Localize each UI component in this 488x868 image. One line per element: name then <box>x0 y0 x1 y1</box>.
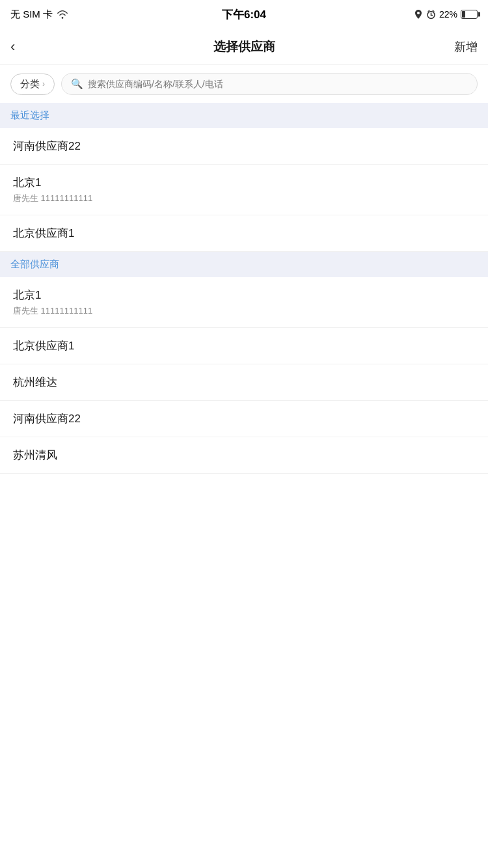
status-right: 22% <box>414 9 478 20</box>
list-item[interactable]: 北京供应商1 <box>0 215 488 252</box>
list-item[interactable]: 杭州维达 <box>0 364 488 401</box>
all-items-list: 北京1 唐先生 11111111111 北京供应商1 杭州维达 河南供应商22 … <box>0 277 488 474</box>
battery-icon <box>461 10 478 19</box>
list-item[interactable]: 河南供应商22 <box>0 401 488 437</box>
svg-line-4 <box>433 10 434 12</box>
filter-bar: 分类 › 🔍 <box>0 65 488 103</box>
status-time: 下午6:04 <box>222 7 266 22</box>
item-name: 河南供应商22 <box>13 411 475 426</box>
list-item[interactable]: 北京供应商1 <box>0 328 488 364</box>
item-name: 杭州维达 <box>13 375 475 390</box>
search-input[interactable] <box>88 79 468 89</box>
chevron-right-icon: › <box>42 79 45 88</box>
status-bar: 无 SIM 卡 下午6:04 22% <box>0 0 488 29</box>
recent-section-header: 最近选择 <box>0 103 488 128</box>
battery-percent: 22% <box>439 9 457 20</box>
item-name: 北京供应商1 <box>13 226 475 241</box>
nav-bar: ‹ 选择供应商 新增 <box>0 29 488 65</box>
page-title: 选择供应商 <box>213 38 275 55</box>
alarm-icon <box>426 10 436 20</box>
recent-section-label: 最近选择 <box>10 109 49 120</box>
item-name: 北京1 <box>13 288 475 303</box>
list-item[interactable]: 北京1 唐先生 11111111111 <box>0 277 488 328</box>
item-name: 北京供应商1 <box>13 338 475 353</box>
category-label: 分类 <box>20 78 40 90</box>
status-left: 无 SIM 卡 <box>10 8 68 21</box>
search-box: 🔍 <box>61 73 478 95</box>
list-item[interactable]: 苏州清风 <box>0 437 488 474</box>
wifi-icon <box>57 10 68 19</box>
back-button[interactable]: ‹ <box>5 33 20 61</box>
category-filter-button[interactable]: 分类 › <box>10 74 55 95</box>
all-section-header: 全部供应商 <box>0 252 488 277</box>
add-button[interactable]: 新增 <box>454 39 478 55</box>
list-item[interactable]: 河南供应商22 <box>0 128 488 165</box>
location-icon <box>414 9 423 20</box>
item-subtitle: 唐先生 11111111111 <box>13 305 475 317</box>
item-subtitle: 唐先生 11111111111 <box>13 193 475 204</box>
svg-line-3 <box>428 10 429 12</box>
item-name: 河南供应商22 <box>13 139 475 154</box>
all-section-label: 全部供应商 <box>10 258 59 269</box>
item-name: 北京1 <box>13 175 475 190</box>
carrier-text: 无 SIM 卡 <box>10 8 53 21</box>
recent-items-list: 河南供应商22 北京1 唐先生 11111111111 北京供应商1 <box>0 128 488 252</box>
search-icon: 🔍 <box>71 78 83 90</box>
item-name: 苏州清风 <box>13 448 475 463</box>
list-item[interactable]: 北京1 唐先生 11111111111 <box>0 165 488 215</box>
